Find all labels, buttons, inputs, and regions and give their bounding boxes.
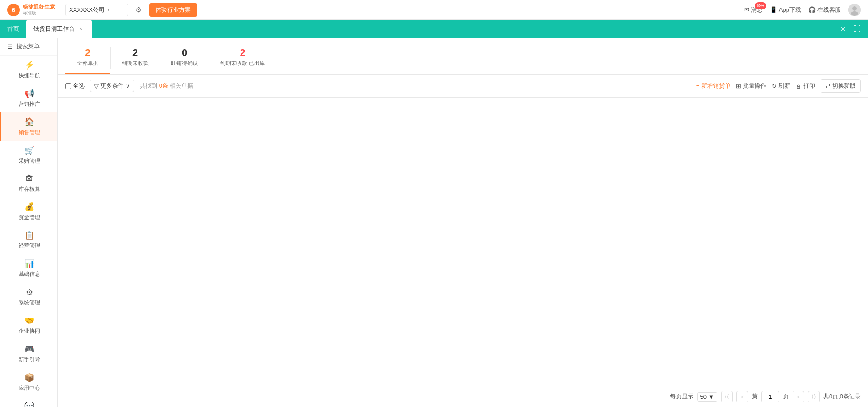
logo-subtitle: 标准版 (23, 10, 55, 16)
content-area: 2 全部单据 2 到期未收款 0 旺铺待确认 2 到期未收款 已出库 (58, 38, 868, 407)
toolbar-right: + 新增销货单 ⊞ 批量操作 ↻ 刷新 🖨 打印 ⇄ 切换新版 (696, 79, 861, 93)
sidebar-item-enterprise-wechat[interactable]: 💬 企业微信 (0, 397, 57, 407)
company-dropdown-arrow: ▼ (106, 7, 111, 12)
operations-icon: 📋 (24, 230, 34, 240)
select-all-area[interactable]: 全选 (65, 82, 85, 90)
page-prev-btn[interactable]: ＜ (736, 391, 748, 402)
svg-point-1 (852, 6, 857, 11)
logo-area: 6 畅捷通好生意 标准版 (7, 4, 65, 16)
online-service-item[interactable]: 🎧 在线客服 (808, 6, 841, 14)
filter-btn[interactable]: ▽ 更多条件 ∨ (90, 80, 134, 92)
sidebar-item-enterprise-collab[interactable]: 🤝 企业协同 (0, 311, 57, 340)
page-input[interactable] (761, 391, 779, 402)
filter-label: 更多条件 (100, 82, 124, 90)
select-all-label: 全选 (73, 82, 85, 90)
tab-homepage[interactable]: 首页 (0, 20, 26, 38)
page-last-btn[interactable]: ⟩⟩ (808, 391, 820, 402)
stat-label-wangpu: 旺铺待确认 (171, 60, 198, 67)
select-all-checkbox[interactable] (65, 83, 71, 89)
online-service-icon: 🎧 (808, 6, 816, 13)
top-header: 6 畅捷通好生意 标准版 XXXXXX公司 ▼ ⚙ 体验行业方案 ✉ 消息 99… (0, 0, 868, 20)
sidebar-item-tutorial[interactable]: 🎮 新手引导 (0, 340, 57, 368)
app-download-label: App下载 (779, 6, 801, 14)
system-icon: ⚙ (26, 287, 33, 297)
tab-bar-actions: ✕ ⛶ (837, 23, 868, 34)
tab-bar: 首页 钱货日清工作台 × ✕ ⛶ (0, 20, 868, 38)
sidebar-item-basic-info[interactable]: 📊 基础信息 (0, 254, 57, 283)
total-text: 共0页,0条记录 (823, 393, 861, 401)
toolbar: 全选 ▽ 更多条件 ∨ 共找到 0条 相关单据 + 新增销货单 ⊞ 批量操作 (58, 75, 868, 98)
tab-expand-action[interactable]: ⛶ (852, 23, 863, 34)
page-size-select[interactable]: 50 ▼ (697, 392, 717, 402)
basic-info-icon: 📊 (24, 259, 34, 269)
page-first-btn[interactable]: ⟨⟨ (721, 391, 733, 402)
logo-icon: 6 (7, 4, 20, 16)
sidebar-item-purchase[interactable]: 🛒 采购管理 (0, 141, 57, 169)
new-sales-btn[interactable]: + 新增销货单 (696, 82, 731, 90)
print-icon: 🖨 (796, 83, 802, 89)
purchase-icon: 🛒 (24, 145, 34, 155)
page-next-btn[interactable]: ＞ (793, 391, 804, 402)
marketing-icon: 📢 (24, 89, 34, 98)
stat-label-all: 全部单据 (77, 60, 99, 67)
stat-tab-overdue[interactable]: 2 到期未收款 (111, 43, 160, 74)
svg-point-2 (851, 11, 858, 16)
logo-title: 畅捷通好生意 (23, 4, 55, 10)
sidebar-item-search[interactable]: ☰ 搜索菜单 (0, 38, 57, 56)
stat-num-overdue: 2 (132, 47, 138, 59)
app-center-icon: 📦 (24, 373, 34, 383)
tab-close-action[interactable]: ✕ (837, 23, 848, 34)
settings-icon[interactable]: ⚙ (132, 4, 145, 16)
refresh-icon: ↻ (772, 83, 777, 89)
online-service-label: 在线客服 (817, 6, 841, 14)
pagination-bar: 每页显示 50 ▼ ⟨⟨ ＜ 第 页 ＞ ⟩⟩ 共0页,0条记录 (58, 386, 868, 407)
company-selector[interactable]: XXXXXX公司 ▼ (65, 4, 128, 16)
print-btn[interactable]: 🖨 打印 (796, 82, 815, 90)
tab-workbench[interactable]: 钱货日清工作台 × (26, 20, 92, 38)
stat-label-overdue: 到期未收款 (122, 60, 149, 67)
stat-num-shipped: 2 (240, 47, 245, 59)
company-name: XXXXXX公司 (69, 6, 104, 14)
sidebar-item-system[interactable]: ⚙ 系统管理 (0, 283, 57, 311)
sidebar-item-quick-nav[interactable]: ⚡ 快捷导航 (0, 56, 57, 84)
sidebar-item-sales[interactable]: 🏠 销售管理 (0, 112, 57, 141)
sidebar-item-marketing[interactable]: 📢 营销推广 (0, 84, 57, 112)
sidebar-item-app-center[interactable]: 📦 应用中心 (0, 368, 57, 397)
switch-version-btn[interactable]: ⇄ 切换新版 (821, 79, 861, 93)
sidebar-item-inventory[interactable]: 🏚 库存核算 (0, 169, 57, 197)
batch-icon: ⊞ (736, 83, 741, 89)
stat-num-wangpu: 0 (182, 47, 187, 59)
messages-item[interactable]: ✉ 消息 99+ (744, 6, 763, 14)
stat-tab-shipped[interactable]: 2 到期未收款 已出库 (209, 43, 276, 74)
app-download-icon: 📱 (770, 6, 777, 13)
page-label2: 页 (783, 393, 789, 401)
batch-btn[interactable]: ⊞ 批量操作 (736, 82, 766, 90)
found-count: 0条 (159, 82, 168, 89)
switch-icon: ⇄ (826, 83, 830, 89)
main-layout: ☰ 搜索菜单 ⚡ 快捷导航 📢 营销推广 🏠 销售管理 🛒 采购管理 🏚 库存核… (0, 38, 868, 407)
page-size-arrow: ▼ (708, 393, 714, 400)
table-area (58, 98, 868, 386)
stat-tab-all[interactable]: 2 全部单据 (65, 43, 110, 74)
stat-tab-wangpu[interactable]: 0 旺铺待确认 (160, 43, 209, 74)
filter-icon: ▽ (94, 83, 99, 89)
search-menu-icon: ☰ (7, 43, 13, 50)
filter-arrow-icon: ∨ (126, 83, 130, 89)
app-download-item[interactable]: 📱 App下载 (770, 6, 801, 14)
found-text: 共找到 0条 相关单据 (140, 82, 193, 90)
sidebar: ☰ 搜索菜单 ⚡ 快捷导航 📢 营销推广 🏠 销售管理 🛒 采购管理 🏚 库存核… (0, 38, 58, 407)
tab-close-icon[interactable]: × (77, 25, 85, 33)
sidebar-item-finance[interactable]: 💰 资金管理 (0, 197, 57, 226)
stats-tabs: 2 全部单据 2 到期未收款 0 旺铺待确认 2 到期未收款 已出库 (58, 38, 868, 75)
enterprise-wechat-icon: 💬 (24, 401, 34, 407)
finance-icon: 💰 (24, 202, 34, 212)
tutorial-icon: 🎮 (24, 344, 34, 354)
message-icon: ✉ (744, 6, 749, 13)
refresh-btn[interactable]: ↻ 刷新 (772, 82, 790, 90)
header-right: ✉ 消息 99+ 📱 App下载 🎧 在线客服 (744, 4, 861, 16)
experience-btn[interactable]: 体验行业方案 (149, 3, 197, 17)
per-page-label: 每页显示 (670, 393, 693, 401)
stat-label-shipped: 到期未收款 已出库 (220, 60, 265, 67)
avatar[interactable] (848, 4, 861, 16)
sidebar-item-operations[interactable]: 📋 经营管理 (0, 226, 57, 254)
